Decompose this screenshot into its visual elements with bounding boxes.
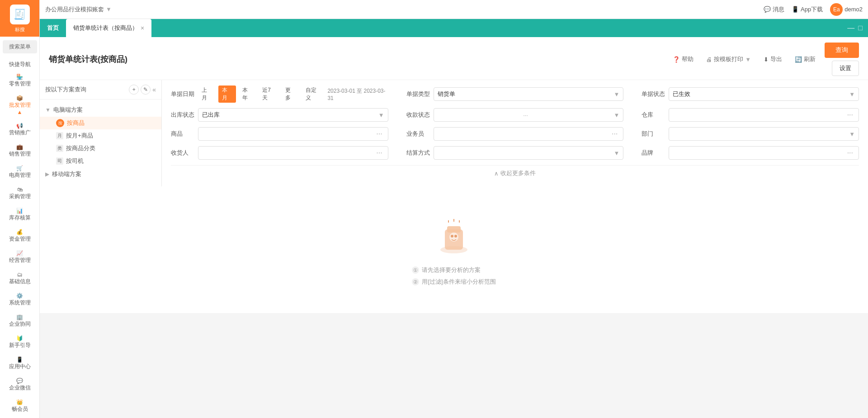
add-scheme-btn[interactable]: + — [129, 85, 139, 95]
filter-group-product: 商品 ··· — [171, 127, 388, 141]
sidebar-item-basic[interactable]: 🗂 基础信息 — [0, 268, 39, 289]
receipt-status-select[interactable]: ··· ▼ — [434, 108, 624, 122]
sidebar: 🧾 标搜 搜索菜单 快捷导航 🏪 零售管理 📦 批发管理 ▲ 📢 营销推广 💼 … — [0, 0, 40, 418]
payment-select[interactable]: ▼ — [434, 146, 624, 160]
company-name: 办公用品行业模拟账套 ▼ — [45, 5, 112, 14]
tree-pc-section[interactable]: ▼ 电脑端方案 — [40, 103, 161, 117]
retail-icon: 🏪 — [16, 74, 23, 80]
refresh-btn[interactable]: 🔄 刷新 — [791, 53, 819, 65]
topbar-right: 💬 消息 📱 App下载 Ea demo2 — [764, 3, 863, 16]
settings-button[interactable]: 设置 — [832, 61, 859, 76]
sidebar-item-ecommerce[interactable]: 🛒 电商管理 — [0, 162, 39, 183]
export-icon: ⬇ — [764, 56, 769, 63]
ecommerce-icon: 🛒 — [16, 165, 23, 171]
receipt-status-dots-icon: ··· — [523, 112, 528, 119]
user-info[interactable]: Ea demo2 — [830, 3, 863, 16]
maximize-btn[interactable]: □ — [858, 24, 863, 32]
salesperson-input[interactable]: ··· — [434, 127, 624, 141]
recipient-input[interactable]: ··· — [198, 146, 388, 160]
doc-type-label: 单据类型 — [406, 90, 434, 98]
doc-status-select[interactable]: 已生效 ▼ — [669, 87, 859, 101]
content-area: 销货单统计表(按商品) ❓ 帮助 🖨 按模板打印 ▼ ⬇ 导出 — [40, 37, 868, 418]
print-btn[interactable]: 🖨 按模板打印 ▼ — [703, 53, 755, 65]
sidebar-item-retail[interactable]: 🏪 零售管理 — [0, 70, 39, 91]
tab-active[interactable]: 销货单统计表（按商品） × — [66, 19, 151, 37]
tab-close-icon[interactable]: × — [141, 24, 144, 32]
tree-item-by-product[interactable]: 按 按商品 — [40, 117, 161, 129]
collapse-panel-btn[interactable]: « — [152, 86, 156, 93]
sidebar-item-operations[interactable]: 📈 经营管理 — [0, 247, 39, 268]
sidebar-item-inventory[interactable]: 📊 库存核算 — [0, 204, 39, 225]
sidebar-item-members[interactable]: 👑 畅会员 — [0, 395, 39, 417]
date-label: 单据日期 — [171, 90, 198, 98]
date-tab-this-year[interactable]: 本年 — [239, 86, 256, 103]
active-scheme-icon: 按 — [56, 119, 64, 127]
page-header: 销货单统计表(按商品) ❓ 帮助 🖨 按模板打印 ▼ ⬇ 导出 — [40, 37, 868, 80]
filter-group-warehouse: 仓库 ··· — [642, 108, 859, 122]
edit-scheme-btn[interactable]: ✎ — [141, 85, 151, 95]
date-range-display: 2023-03-01 至 2023-03-31 — [327, 87, 388, 101]
wholesale-icon: 📦 — [16, 95, 23, 101]
date-tab-7days[interactable]: 近7天 — [259, 86, 279, 103]
message-btn[interactable]: 💬 消息 — [764, 5, 784, 14]
product-dots-icon[interactable]: ··· — [374, 130, 384, 138]
print-arrow-icon: ▼ — [745, 56, 751, 63]
brand-label: 品牌 — [642, 149, 669, 157]
tabbar: 首页 销货单统计表（按商品） × — □ — [40, 19, 868, 37]
help-btn[interactable]: ❓ 帮助 — [669, 53, 697, 65]
quick-nav[interactable]: 快捷导航 — [0, 57, 39, 70]
sidebar-item-marketing[interactable]: 📢 营销推广 — [0, 119, 39, 140]
payment-arrow-icon: ▼ — [613, 150, 619, 157]
sidebar-item-appstore[interactable]: 📱 应用中心 — [0, 353, 39, 374]
salesperson-dots-icon[interactable]: ··· — [610, 130, 619, 138]
sales-icon: 💼 — [16, 144, 23, 150]
warehouse-dots-icon[interactable]: ··· — [845, 111, 855, 119]
tree-mobile-section[interactable]: ▶ 移动端方案 — [40, 167, 161, 181]
sidebar-item-guide[interactable]: 🔰 新手引导 — [0, 332, 39, 353]
members-icon: 👑 — [16, 399, 23, 405]
warehouse-input[interactable]: ··· — [669, 108, 859, 122]
date-tab-more[interactable]: 更多 — [282, 86, 299, 103]
doc-status-arrow-icon: ▼ — [849, 91, 855, 98]
product-input[interactable]: ··· — [198, 127, 388, 141]
query-button[interactable]: 查询 — [825, 43, 859, 58]
app-download-btn[interactable]: 📱 App下载 — [792, 5, 823, 14]
tree-item-by-cashier[interactable]: 司 按司机 — [40, 155, 161, 167]
print-icon: 🖨 — [706, 56, 712, 63]
dept-select[interactable]: ▼ — [669, 127, 859, 141]
brand-input[interactable]: ··· — [669, 146, 859, 160]
page-container: 销货单统计表(按商品) ❓ 帮助 🖨 按模板打印 ▼ ⬇ 导出 — [40, 37, 868, 313]
tree-item-by-month-product[interactable]: 月 按月+商品 — [40, 129, 161, 142]
sidebar-item-system[interactable]: ⚙️ 系统管理 — [0, 289, 39, 310]
refresh-icon: 🔄 — [795, 56, 802, 63]
left-panel-title: 按以下方案查询 — [45, 86, 126, 94]
doc-type-arrow-icon: ▼ — [613, 91, 619, 98]
date-tab-custom[interactable]: 自定义 — [302, 86, 325, 103]
recipient-dots-icon[interactable]: ··· — [374, 149, 384, 157]
minimize-btn[interactable]: — — [847, 24, 854, 32]
filter-row-3: 商品 ··· 业务员 ··· — [171, 127, 859, 141]
date-tab-prev-month[interactable]: 上月 — [198, 86, 216, 103]
empty-state: ① 请先选择要分析的方案 ② 用[过滤]条件来缩小分析范围 — [40, 186, 868, 313]
brand-dots-icon[interactable]: ··· — [845, 149, 855, 157]
sidebar-item-purchase[interactable]: 🛍 采购管理 — [0, 183, 39, 204]
sidebar-item-wholesale[interactable]: 📦 批发管理 ▲ — [0, 91, 39, 119]
receipt-status-label: 收款状态 — [406, 111, 434, 119]
out-status-label: 出库状态 — [171, 111, 198, 119]
doc-type-select[interactable]: 销货单 ▼ — [434, 87, 624, 101]
dept-label: 部门 — [642, 130, 669, 138]
search-menu[interactable]: 搜索菜单 — [3, 40, 37, 53]
tab-home[interactable]: 首页 — [40, 19, 66, 37]
sidebar-item-sales[interactable]: 💼 销售管理 — [0, 140, 39, 162]
left-panel-header: 按以下方案查询 + ✎ « — [40, 80, 161, 100]
more-conditions-btn[interactable]: ∧ 收起更多条件 — [171, 165, 859, 181]
tree-item-by-category[interactable]: 类 按商品分类 — [40, 142, 161, 155]
sidebar-item-enterprise[interactable]: 🏢 企业协同 — [0, 310, 39, 332]
sidebar-item-wechat[interactable]: 💬 企业微信 — [0, 374, 39, 395]
date-tab-this-month[interactable]: 本月 — [218, 86, 236, 103]
export-btn[interactable]: ⬇ 导出 — [760, 53, 786, 65]
out-status-select[interactable]: 已出库 ▼ — [198, 108, 388, 122]
date-tabs: 上月 本月 本年 近7天 更多 自定义 2023-03-01 至 2023-03… — [198, 86, 388, 103]
sidebar-item-finance[interactable]: 💰 资金管理 — [0, 225, 39, 247]
product-label: 商品 — [171, 130, 198, 138]
